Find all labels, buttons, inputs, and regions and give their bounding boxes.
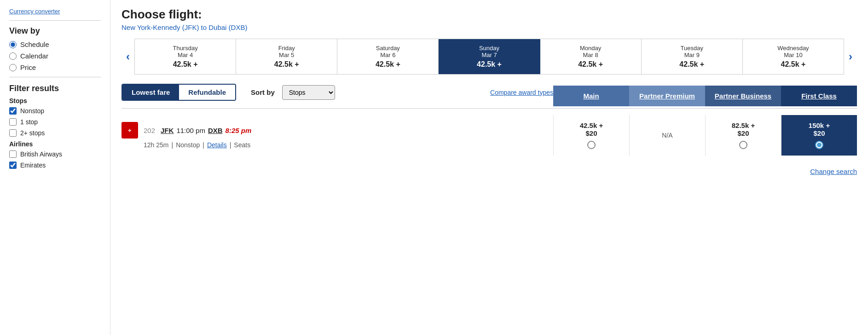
price-sat: 42.5k + [341,60,434,69]
page-title: Choose flight: [122,7,857,22]
price-fri: 42.5k + [240,60,333,69]
class-header-partner-business[interactable]: Partner Business [705,86,781,106]
next-date-button[interactable]: › [844,39,857,75]
stop-nonstop-label: Nonstop [20,107,44,115]
separator3: | [230,141,231,149]
refundable-button[interactable]: Refundable [179,85,235,100]
flight-details-link[interactable]: Details [207,141,227,149]
sort-select[interactable]: Stops Price Duration [282,85,335,100]
fare-cell-first-class[interactable]: 150k +$20 [781,115,857,156]
results-area: ✈ 202 JFK 11:00 pm DXB 8:25 pm 12h 25m [122,108,857,162]
class-header-main[interactable]: Main [553,86,629,106]
price-mon: 42.5k + [544,60,637,69]
class-headers: Main Partner Premium Partner Business Fi… [553,86,857,106]
fare-na-partner-premium: N/A [662,132,672,139]
view-by-options: Schedule Calendar Price [9,40,101,71]
date-tue: Mar 9 [645,52,739,58]
fare-cells: 42.5k +$20 N/A 82.5k +$20 150k +$20 [553,115,857,156]
view-calendar[interactable]: Calendar [9,52,101,60]
date-selector: ‹ Thursday Mar 4 42.5k + Friday Mar 5 42… [122,39,857,75]
day-wed: Wednesday [746,45,840,52]
table-row: ✈ 202 JFK 11:00 pm DXB 8:25 pm 12h 25m [122,108,857,162]
stop-one[interactable]: 1 stop [9,118,101,126]
lowest-fare-button[interactable]: Lowest fare [122,85,179,100]
bottom-bar: Change search [122,168,857,175]
dest-code: DXB [208,127,223,134]
origin-code: JFK [161,127,174,134]
date-tab-mon[interactable]: Monday Mar 8 42.5k + [540,39,642,74]
date-thu: Mar 4 [139,52,232,58]
separator1: | [171,141,173,149]
fare-price-main: 42.5k +$20 [580,121,603,137]
fare-radio-first-class[interactable] [815,141,823,149]
day-fri: Friday [240,45,333,52]
route-subtitle: New York-Kennedy (JFK) to Dubai (DXB) [122,23,857,31]
view-schedule-label: Schedule [20,40,49,48]
date-fri: Mar 5 [240,52,333,58]
view-by-title: View by [9,26,101,36]
airline-british-airways-label: British Airways [20,150,62,158]
svg-text:✈: ✈ [128,128,132,133]
date-sat: Mar 6 [341,52,434,58]
day-tue: Tuesday [645,45,739,52]
airline-emirates[interactable]: Emirates [9,162,101,169]
flight-stops: Nonstop [176,141,200,149]
class-header-first-class[interactable]: First Class [781,86,857,106]
fare-radio-main[interactable] [587,141,596,149]
fare-cell-main[interactable]: 42.5k +$20 [553,115,629,156]
fare-cell-partner-premium: N/A [629,115,705,156]
stop-one-label: 1 stop [20,118,38,126]
view-calendar-label: Calendar [20,52,48,60]
flight-bottom: 12h 25m | Nonstop | Details | Seats [144,141,553,149]
compare-award-types-link[interactable]: Compare award types [490,89,553,96]
fare-cell-partner-business[interactable]: 82.5k +$20 [705,115,781,156]
stops-options: Nonstop 1 stop 2+ stops [9,107,101,137]
arrive-time: 8:25 pm [226,127,252,134]
date-tab-wed[interactable]: Wednesday Mar 10 42.5k + [743,39,844,74]
stop-two-plus[interactable]: 2+ stops [9,129,101,137]
stop-nonstop[interactable]: Nonstop [9,107,101,115]
price-sun: 42.5k + [442,60,536,69]
day-sat: Saturday [341,45,434,52]
stop-two-plus-label: 2+ stops [20,129,45,137]
prev-date-button[interactable]: ‹ [122,39,134,75]
date-tabs: Thursday Mar 4 42.5k + Friday Mar 5 42.5… [134,39,844,75]
separator2: | [203,141,204,149]
flight-info: ✈ 202 JFK 11:00 pm DXB 8:25 pm 12h 25m [122,122,553,149]
airline-logo: ✈ [122,122,138,139]
price-wed: 42.5k + [746,60,840,69]
airlines-options: British Airways Emirates [9,150,101,169]
price-thu: 42.5k + [139,60,232,69]
date-tab-sun[interactable]: Sunday Mar 7 42.5k + [439,39,540,74]
change-search-link[interactable]: Change search [810,168,857,175]
flight-top: ✈ 202 JFK 11:00 pm DXB 8:25 pm [122,122,553,139]
date-wed: Mar 10 [746,52,840,58]
flight-seats: Seats [234,141,250,149]
date-tab-fri[interactable]: Friday Mar 5 42.5k + [236,39,337,74]
airline-emirates-label: Emirates [20,162,46,169]
airlines-title: Airlines [9,140,101,148]
sort-label: Sort by [251,88,275,96]
date-tab-thu[interactable]: Thursday Mar 4 42.5k + [135,39,236,74]
currency-converter-link[interactable]: Currency converter [9,8,60,15]
price-tue: 42.5k + [645,60,739,69]
date-tab-sat[interactable]: Saturday Mar 6 42.5k + [337,39,439,74]
airline-british-airways[interactable]: British Airways [9,150,101,158]
flight-duration: 12h 25m [144,141,168,149]
depart-time: 11:00 pm [176,127,205,134]
sidebar: Currency converter View by Schedule Cale… [0,0,110,335]
stops-title: Stops [9,97,101,104]
fare-price-first-class: 150k +$20 [809,121,830,137]
view-price[interactable]: Price [9,64,101,71]
flight-number: 202 [144,127,155,134]
view-schedule[interactable]: Schedule [9,40,101,48]
flight-route: JFK 11:00 pm DXB 8:25 pm [161,127,251,134]
emirates-logo-icon: ✈ [122,122,138,139]
date-tab-tue[interactable]: Tuesday Mar 9 42.5k + [642,39,743,74]
fare-radio-partner-business[interactable] [739,141,747,149]
view-price-label: Price [20,64,36,71]
date-sun: Mar 7 [442,52,536,58]
class-header-partner-premium[interactable]: Partner Premium [629,86,705,106]
fare-toggle: Lowest fare Refundable [122,84,236,101]
date-mon: Mar 8 [544,52,637,58]
